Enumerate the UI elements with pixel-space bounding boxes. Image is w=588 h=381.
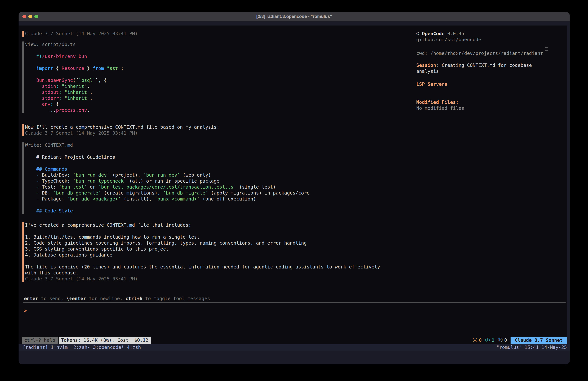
- text-line: 2. Code style guidelines covering import…: [25, 240, 380, 246]
- text-segment: "inherit": [64, 90, 90, 95]
- text-line: Modified Files:: [416, 99, 464, 105]
- info-icon: ⓘ: [485, 337, 490, 343]
- text-segment: from: [93, 66, 104, 71]
- status-left: ctrl+? help Tokens: 16.4K (8%), Cost: $0…: [22, 336, 151, 344]
- text-line: [25, 71, 124, 77]
- text-segment: :: [59, 90, 62, 95]
- text-segment: stderr: [42, 95, 59, 101]
- model-badge[interactable]: Claude 3.7 Sonnet: [510, 336, 567, 344]
- text-segment: (all) or run in specific package: [126, 178, 219, 184]
- text-segment: [25, 166, 36, 172]
- input-separator: [23, 302, 566, 303]
- text-segment: [25, 184, 36, 190]
- text-line: env: {: [25, 101, 124, 107]
- text-segment: Session: [416, 63, 436, 68]
- warning-count: ⓦ 0: [473, 337, 482, 343]
- text-segment: [25, 178, 36, 184]
- text-line: - DB: `bun db generate` (create migratio…: [25, 190, 310, 196]
- text-segment: `bun add <package>`: [67, 196, 121, 202]
- text-segment: Claude 3.7 Sonnet (14 May 2025 03:41 PM): [25, 130, 138, 136]
- titlebar: [2/3] radiant:3:opencode - "romulus": [19, 12, 570, 22]
- text-segment: #!: [36, 54, 42, 59]
- text-segment: (one-off execution): [200, 196, 256, 202]
- text-segment: [59, 84, 62, 89]
- text-segment: DB:: [42, 190, 53, 196]
- text-segment: stdin: [42, 84, 56, 89]
- text-segment: `bunx <command>`: [155, 196, 200, 202]
- text-line: [25, 160, 310, 166]
- text-segment: [25, 90, 42, 95]
- text-segment: "inherit": [64, 95, 90, 101]
- text-segment: "sst": [107, 66, 121, 71]
- text-segment: enter: [24, 296, 38, 301]
- text-segment: View: script/db.ts: [25, 42, 76, 47]
- text-line: [25, 202, 310, 208]
- prompt-input[interactable]: >: [24, 308, 27, 314]
- assistant-message-summary: I've created a comprehensive CONTEXT.md …: [22, 222, 380, 282]
- text-segment: [25, 208, 36, 214]
- text-segment: -: [36, 172, 42, 178]
- text-segment: 1. Build/lint/test commands including ho…: [25, 234, 200, 240]
- text-segment: `psql`: [79, 77, 96, 83]
- text-segment: ## Commands: [36, 166, 67, 172]
- text-segment: OpenCode: [422, 31, 444, 36]
- text-line: stdout: "inherit",: [25, 89, 124, 95]
- text-segment: cwd:: [416, 50, 430, 56]
- text-segment: analysis: [416, 68, 439, 74]
- text-segment: \: [66, 296, 69, 301]
- text-segment: Resource: [62, 66, 84, 71]
- text-segment: Claude 3.7 Sonnet (14 May 2025 03:41 PM): [25, 31, 138, 36]
- text-segment: {: [53, 101, 59, 107]
- text-segment: `bun run dev`: [143, 172, 180, 178]
- scrollbar-thumb[interactable]: [545, 47, 548, 48]
- tmux-windows[interactable]: [radiant] 1:nvim 2:zsh- 3:opencode* 4:zs…: [19, 344, 141, 350]
- text-segment: ], {: [96, 77, 107, 83]
- text-line: stdin: "inherit",: [25, 83, 124, 89]
- text-segment: [25, 77, 36, 83]
- info-value: 0: [491, 337, 494, 343]
- text-segment: Write: CONTEXT.md: [25, 142, 73, 148]
- text-segment: `bun run dev`: [73, 172, 109, 178]
- text-segment: env: [42, 101, 50, 107]
- text-line: ...process.env,: [25, 107, 124, 113]
- text-segment: :: [50, 101, 53, 107]
- text-segment: {: [53, 66, 62, 71]
- text-segment: [104, 66, 107, 71]
- text-segment: ([: [73, 77, 79, 83]
- text-segment: ,: [87, 84, 90, 89]
- text-segment: Bun.spawnSync: [36, 77, 73, 83]
- keybinding-help: enter to send, \+enter for newline, ctrl…: [24, 296, 210, 302]
- text-segment: # Radiant Project Guidelines: [25, 154, 115, 160]
- text-segment: for newline,: [86, 296, 125, 301]
- text-line: github.com/sst/opencode: [416, 37, 481, 43]
- text-segment: `bun run typecheck`: [73, 178, 126, 184]
- text-line: with this codebase.: [25, 270, 380, 276]
- text-segment: 3. CSS styling conventions specific to t…: [25, 246, 169, 252]
- text-segment: I've created a comprehensive CONTEXT.md …: [25, 222, 191, 228]
- assistant-message-intro: Now I'll create a comprehensive CONTEXT.…: [22, 124, 219, 136]
- hint-value: 0: [504, 337, 507, 343]
- warning-value: 0: [479, 337, 482, 343]
- text-segment: Creating CONTEXT.md for codebase: [442, 63, 532, 68]
- text-line: enter to send, \+enter for newline, ctrl…: [24, 296, 210, 302]
- status-right: ⓦ 0 ⓘ 0 ⓗ 0 Claude 3.7 Sonnet: [473, 336, 567, 344]
- text-segment: (install),: [121, 196, 155, 202]
- text-segment: ,: [90, 95, 93, 101]
- opencode-tui: Claude 3.7 Sonnet (14 May 2025 03:41 PM)…: [19, 25, 567, 344]
- text-line: The file is concise (20 lines) and captu…: [25, 264, 380, 270]
- text-segment: >: [24, 308, 27, 313]
- text-segment: /home/thdxr/dev/projects/radiant/radiant: [430, 50, 543, 56]
- text-segment: to toggle tool messages: [142, 296, 210, 301]
- text-segment: Now I'll create a comprehensive CONTEXT.…: [25, 124, 219, 130]
- hint-count: ⓗ 0: [498, 337, 507, 343]
- text-line: ## Commands: [25, 166, 310, 172]
- text-line: - TypeCheck: `bun run typecheck` (all) o…: [25, 178, 310, 184]
- text-line: View: script/db.ts: [25, 42, 124, 47]
- text-segment: `bun test packages/core/test/transaction…: [98, 184, 236, 190]
- text-line: Session: Creating CONTEXT.md for codebas…: [416, 62, 532, 68]
- help-key-badge: ctrl+? help: [22, 336, 58, 344]
- text-line: Bun.spawnSync([`psql`], {: [25, 77, 124, 83]
- text-segment: Build/Dev:: [42, 172, 73, 178]
- scrollbar-thumb[interactable]: [545, 50, 548, 51]
- warning-icon: ⓦ: [473, 337, 477, 343]
